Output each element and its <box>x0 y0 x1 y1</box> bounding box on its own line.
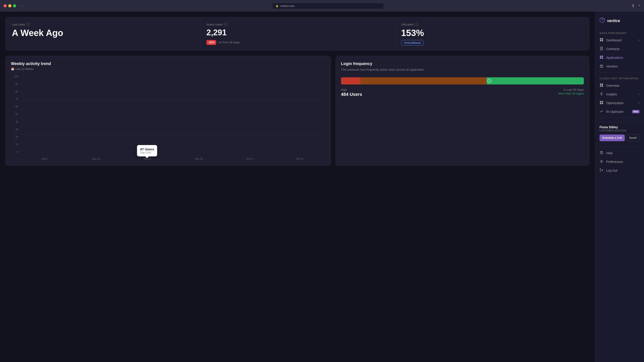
ri-optimizer-icon <box>600 109 604 114</box>
x-label-sep21: Sep 21 <box>144 157 152 160</box>
chart-container: 100 90 80 70 60 50 40 30 20 10 0 <box>11 75 325 160</box>
utilization-value: 153% <box>401 28 583 38</box>
sidebar-item-optimization[interactable]: Optimization ▾ <box>595 98 644 107</box>
x-axis: Sep 7 Sep 14 Sep 21 Sep 28 Oct 5 Oct 12 <box>20 157 325 160</box>
sidebar-item-contracts-label: Contracts <box>606 47 640 51</box>
help-icon <box>600 151 604 155</box>
sidebar-item-insights[interactable]: Insights ▾ <box>595 90 644 98</box>
svg-point-23 <box>602 153 602 154</box>
insights-icon <box>600 92 604 96</box>
sidebar-item-dashboard[interactable]: Dashboard ▾ <box>595 36 644 44</box>
sidebar-item-preferences-label: Preferences <box>606 160 640 164</box>
stats-row: Last Used i A Week Ago Active Users i 2,… <box>5 17 590 50</box>
svg-rect-13 <box>600 84 601 85</box>
active-users-card: Active Users i 2,291 -25% vs Prev 30 Day… <box>200 17 395 50</box>
insights-chevron: ▾ <box>638 93 640 95</box>
optimization-icon <box>600 101 604 105</box>
sidebar-item-logout[interactable]: Log Out <box>595 166 644 175</box>
minimize-button[interactable] <box>8 4 12 7</box>
new-tab-icon[interactable]: + <box>638 3 640 8</box>
freq-segment-red <box>341 77 360 84</box>
sidebar-divider-2 <box>600 118 640 118</box>
svg-rect-19 <box>602 101 603 102</box>
utilization-card: Utilization i 153% Overutilized <box>395 17 589 50</box>
svg-rect-0 <box>600 38 601 39</box>
svg-rect-2 <box>600 40 601 41</box>
sidebar-item-applications-label: Applications <box>606 56 640 59</box>
svg-rect-9 <box>602 56 603 57</box>
email-button[interactable]: Email <box>626 134 640 141</box>
svg-rect-14 <box>602 84 603 85</box>
freq-label-period: In Last 30 Days More than 29 logins <box>558 88 584 95</box>
forward-arrow[interactable]: › <box>23 4 24 8</box>
x-label-sep14: Sep 14 <box>92 157 100 160</box>
utilization-info-icon[interactable]: i <box>415 22 418 26</box>
contact-name: Fiona Sibley <box>600 125 640 129</box>
freq-period-value: More than 29 logins <box>558 92 584 95</box>
frequency-bar[interactable] <box>341 77 584 84</box>
freq-labels: High 484 Users In Last 30 Days More than… <box>341 88 584 97</box>
calendar-icon: 📅 <box>11 67 14 71</box>
sidebar-item-vendors-label: Vendors <box>606 64 640 68</box>
dashboard-icon <box>600 38 604 42</box>
close-button[interactable] <box>4 4 7 7</box>
schedule-call-button[interactable]: Schedule a Call <box>600 134 625 141</box>
vertice-logo-icon <box>600 17 605 24</box>
active-users-info-icon[interactable]: i <box>224 22 228 26</box>
sidebar-item-ri-optimizer[interactable]: RI Optimizer New <box>595 107 644 116</box>
sidebar-item-ri-optimizer-label: RI Optimizer <box>606 110 630 113</box>
preferences-icon <box>600 160 604 164</box>
active-users-label: Active Users i <box>206 22 388 26</box>
sidebar-item-overview-label: Overview <box>606 84 640 87</box>
sidebar-divider-1 <box>600 72 640 73</box>
sidebar-item-overview[interactable]: Overview <box>595 81 644 90</box>
svg-point-24 <box>601 161 602 162</box>
contact-actions: Schedule a Call Email <box>600 134 640 141</box>
x-label-sep7: Sep 7 <box>42 157 48 160</box>
freq-period-label: In Last 30 Days <box>564 88 584 91</box>
login-card: Login frequency This assesses how freque… <box>336 56 590 166</box>
sidebar-item-vendors[interactable]: Vendors <box>595 62 644 71</box>
chart-card: Weekly activity trend 📅 Last 12 Weeks 10… <box>5 56 331 166</box>
x-label-sep28: Sep 28 <box>195 157 203 160</box>
chart-tooltip: 47 Users Sep 23rd <box>137 145 158 156</box>
x-label-oct5: Oct 5 <box>247 157 252 160</box>
active-users-badge-row: -25% vs Prev 30 Days <box>206 40 388 45</box>
share-icon[interactable]: ⬆ <box>632 3 635 8</box>
active-users-badge-suffix: vs Prev 30 Days <box>219 41 240 44</box>
address-bar[interactable]: 🔒 vertice.one <box>272 3 384 9</box>
svg-rect-18 <box>600 101 601 102</box>
sidebar-item-dashboard-label: Dashboard <box>606 38 636 42</box>
svg-rect-21 <box>602 103 603 104</box>
tooltip-users: 47 Users <box>140 147 154 151</box>
svg-rect-10 <box>602 57 603 59</box>
active-users-badge: -25% <box>206 40 216 45</box>
sidebar-item-contracts[interactable]: Contracts <box>595 44 644 53</box>
dashboard-chevron: ▾ <box>638 39 640 41</box>
saas-section-title: SaaS Purchasing <box>595 29 644 36</box>
utilization-label: Utilization i <box>401 22 583 26</box>
sidebar-item-help[interactable]: Help <box>595 149 644 157</box>
frequency-bar-container <box>341 77 584 84</box>
utilization-badge: Overutilized <box>401 40 424 45</box>
freq-category-high: High <box>341 88 362 91</box>
freq-label-high: High 484 Users <box>341 88 362 97</box>
traffic-lights <box>4 4 16 7</box>
lock-icon: 🔒 <box>276 4 278 7</box>
last-used-info-icon[interactable]: i <box>26 22 30 26</box>
login-description: This assesses how frequently active user… <box>341 67 584 72</box>
sidebar-item-logout-label: Log Out <box>606 169 640 172</box>
svg-rect-20 <box>600 103 601 104</box>
maximize-button[interactable] <box>13 4 16 7</box>
last-used-card: Last Used i A Week Ago <box>6 17 200 50</box>
url-text: vertice.one <box>280 4 295 7</box>
y-axis: 100 90 80 70 60 50 40 30 20 10 0 <box>11 75 20 153</box>
active-users-value: 2,291 <box>206 28 388 37</box>
svg-rect-16 <box>602 85 603 87</box>
sidebar-item-preferences[interactable]: Preferences <box>595 157 644 166</box>
chart-title: Weekly activity trend <box>11 61 325 66</box>
back-arrow[interactable]: ‹ <box>20 4 22 8</box>
browser-chrome: ‹ › 🔒 vertice.one ⬆ + <box>0 0 644 12</box>
sidebar-item-applications[interactable]: Applications <box>595 53 644 62</box>
browser-actions: ⬆ + <box>632 3 640 8</box>
